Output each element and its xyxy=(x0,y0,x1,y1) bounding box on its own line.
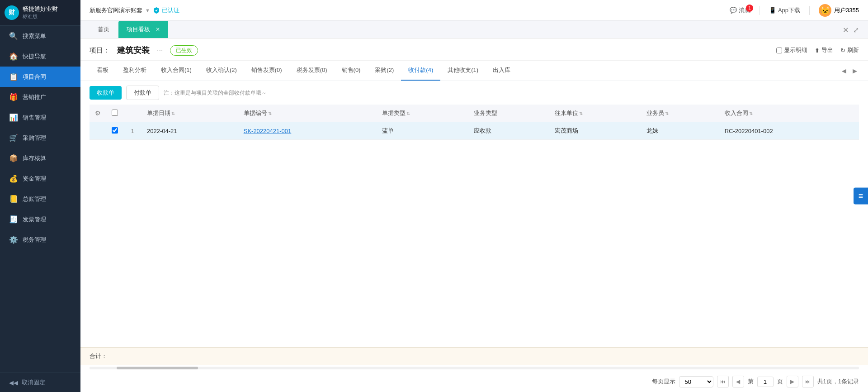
sub-tab-kanban[interactable]: 看板 xyxy=(90,61,116,81)
sort-contract-icon: ⇅ xyxy=(749,111,753,116)
prev-page-btn[interactable]: ◀ xyxy=(732,376,744,387)
row-checkbox[interactable] xyxy=(112,127,118,134)
tab-close-icon[interactable]: ✕ xyxy=(156,26,160,33)
th-partner[interactable]: 往来单位⇅ xyxy=(549,105,641,122)
sub-tab-sales[interactable]: 销售(0) xyxy=(335,61,368,81)
sub-tab-purchase[interactable]: 采购(2) xyxy=(368,61,401,81)
pagination: 每页显示 50 100 200 ⏮ ◀ 第 页 ▶ ⏭ 共1页，1条记录 xyxy=(80,371,868,392)
floating-action-btn[interactable]: ≡ xyxy=(854,188,868,205)
sub-tab-next-icon[interactable]: ▶ xyxy=(851,66,859,76)
project-header: 项目： 建筑安装 ··· 已生效 显示明细 ⬆ 导出 ↻ 刷新 xyxy=(80,38,868,61)
sub-tab-sales-invoice[interactable]: 销售发票(0) xyxy=(244,61,289,81)
sidebar-footer-unpin[interactable]: ◀◀ 取消固定 xyxy=(0,373,80,392)
money-icon: 💰 xyxy=(9,174,18,183)
receipt-icon: 🧾 xyxy=(9,215,18,224)
sub-tab-other-expense[interactable]: 其他收支(1) xyxy=(440,61,486,81)
page-input[interactable] xyxy=(757,377,774,387)
user-area[interactable]: 🐱 用户3355 xyxy=(819,4,859,17)
project-actions: 显示明细 ⬆ 导出 ↻ 刷新 xyxy=(776,46,859,54)
certified-badge: 已认证 xyxy=(153,6,179,14)
th-type[interactable]: 单据类型⇅ xyxy=(377,105,468,122)
sidebar-item-finance[interactable]: 💰 资金管理 xyxy=(0,168,80,189)
settings-icon[interactable]: ⚙ xyxy=(95,110,101,117)
tab-window-controls: ✕ ⤢ xyxy=(843,26,859,38)
sidebar: 财 畅捷通好业财 标准版 🔍 搜索菜单 🏠 快捷导航 📋 项目合同 🎁 营销推广… xyxy=(0,0,80,392)
cart-icon: 🛒 xyxy=(9,134,18,142)
td-code[interactable]: SK-20220421-001 xyxy=(238,122,377,140)
sidebar-item-search[interactable]: 🔍 搜索菜单 xyxy=(0,26,80,46)
export-btn[interactable]: ⬆ 导出 xyxy=(815,46,833,54)
sub-tab-prev-icon[interactable]: ◀ xyxy=(840,66,848,76)
sub-tab-tax-invoice[interactable]: 税务发票(0) xyxy=(289,61,335,81)
mobile-icon: 📱 xyxy=(769,7,776,14)
app-download-action[interactable]: 📱 App下载 xyxy=(769,6,800,14)
show-detail-label[interactable]: 显示明细 xyxy=(776,46,807,54)
sidebar-item-label: 搜索菜单 xyxy=(23,32,46,40)
sidebar-item-invoice[interactable]: 🧾 发票管理 xyxy=(0,209,80,229)
sidebar-item-shortcut[interactable]: 🏠 快捷导航 xyxy=(0,46,80,67)
sub-tab-profit[interactable]: 盈利分析 xyxy=(116,61,154,81)
page-size-select[interactable]: 50 100 200 xyxy=(679,376,713,387)
topbar-divider xyxy=(760,6,760,15)
sort-salesperson-icon: ⇅ xyxy=(665,111,669,116)
maximize-window-icon[interactable]: ⤢ xyxy=(853,26,859,34)
th-settings[interactable]: ⚙ xyxy=(90,105,106,122)
th-num xyxy=(123,105,142,122)
sidebar-item-inventory[interactable]: 📦 库存核算 xyxy=(0,148,80,168)
project-title: 建筑安装 xyxy=(117,45,150,56)
gear-icon: ⚙️ xyxy=(9,235,18,244)
td-check[interactable] xyxy=(106,122,123,140)
main-content: 新服务官网演示账套 ▼ 已认证 💬 消息 1 📱 App下载 🐱 用户3 xyxy=(80,0,868,392)
app-version: 标准版 xyxy=(23,13,58,20)
project-more-btn[interactable]: ··· xyxy=(157,46,163,54)
td-date: 2022-04-21 xyxy=(142,122,238,140)
refresh-btn[interactable]: ↻ 刷新 xyxy=(840,46,859,54)
scrollbar-thumb[interactable] xyxy=(117,367,198,369)
first-page-btn[interactable]: ⏮ xyxy=(717,376,729,387)
th-biz-type: 业务类型 xyxy=(468,105,549,122)
sidebar-item-ledger[interactable]: 📒 总账管理 xyxy=(0,189,80,209)
topbar-divider2 xyxy=(809,6,810,15)
sidebar-item-marketing[interactable]: 🎁 营销推广 xyxy=(0,87,80,107)
sub-tab-income-confirm[interactable]: 收入确认(2) xyxy=(199,61,244,81)
sidebar-item-sales[interactable]: 📊 销售管理 xyxy=(0,107,80,128)
app-title: 畅捷通好业财 xyxy=(23,5,58,13)
tab-home[interactable]: 首页 xyxy=(90,21,118,38)
last-page-btn[interactable]: ⏭ xyxy=(802,376,814,387)
footer-total-label: 合计： xyxy=(90,352,107,360)
sub-tabs: 看板 盈利分析 收入合同(1) 收入确认(2) 销售发票(0) 税务发票(0) … xyxy=(80,61,868,81)
record-link[interactable]: SK-20220421-001 xyxy=(244,128,292,134)
sidebar-item-label: 总账管理 xyxy=(23,195,46,203)
box-icon: 📦 xyxy=(9,154,18,163)
sidebar-item-label: 库存核算 xyxy=(23,154,46,163)
scrollbar-area xyxy=(80,365,868,371)
close-window-icon[interactable]: ✕ xyxy=(843,26,849,34)
scrollbar-track[interactable] xyxy=(90,367,859,369)
pay-btn[interactable]: 付款单 xyxy=(126,86,159,100)
message-icon: 💬 xyxy=(730,7,737,14)
select-all-checkbox[interactable] xyxy=(112,110,118,116)
sub-tab-inout[interactable]: 出入库 xyxy=(486,61,518,81)
project-status: 已生效 xyxy=(170,45,198,56)
receive-btn[interactable]: 收款单 xyxy=(90,86,122,100)
th-contract[interactable]: 收入合同⇅ xyxy=(719,105,859,122)
account-selector[interactable]: 新服务官网演示账套 ▼ xyxy=(90,6,150,14)
next-page-btn[interactable]: ▶ xyxy=(787,376,798,387)
th-date[interactable]: 单据日期⇅ xyxy=(142,105,238,122)
show-detail-checkbox[interactable] xyxy=(776,48,782,53)
sidebar-item-label: 税务管理 xyxy=(23,236,46,244)
th-salesperson[interactable]: 业务员⇅ xyxy=(641,105,719,122)
sub-tab-nav: ◀ ▶ xyxy=(840,66,859,76)
refresh-icon: ↻ xyxy=(840,47,845,54)
message-action[interactable]: 💬 消息 1 xyxy=(730,6,750,14)
sidebar-item-label: 营销推广 xyxy=(23,93,46,101)
sidebar-item-purchase[interactable]: 🛒 采购管理 xyxy=(0,128,80,148)
sidebar-item-contract[interactable]: 📋 项目合同 xyxy=(0,67,80,87)
tab-project-board[interactable]: 项目看板 ✕ xyxy=(118,21,168,38)
sidebar-item-tax[interactable]: ⚙️ 税务管理 xyxy=(0,229,80,250)
sub-tab-receive-pay[interactable]: 收付款(4) xyxy=(401,61,440,81)
sidebar-nav: 🔍 搜索菜单 🏠 快捷导航 📋 项目合同 🎁 营销推广 📊 销售管理 🛒 采购管… xyxy=(0,26,80,373)
sub-tab-income-contract[interactable]: 收入合同(1) xyxy=(154,61,199,81)
td-contract: RC-20220401-002 xyxy=(719,122,859,140)
th-code[interactable]: 单据编号⇅ xyxy=(238,105,377,122)
